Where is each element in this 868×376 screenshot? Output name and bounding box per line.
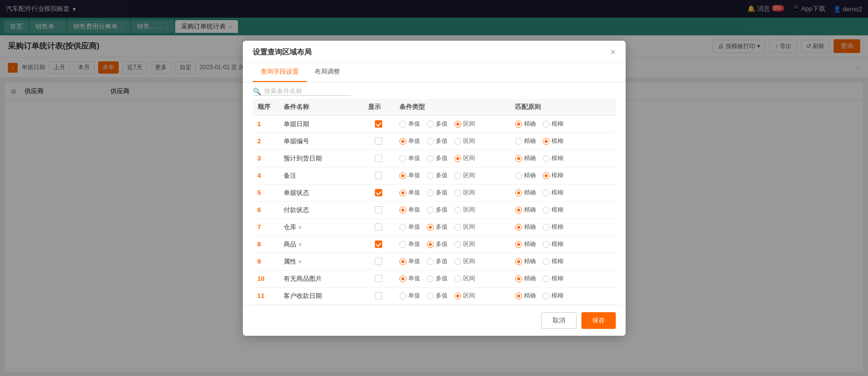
radio-circle[interactable] bbox=[427, 275, 434, 282]
radio-circle[interactable] bbox=[454, 258, 461, 265]
row-condition-name: 单据状态 bbox=[279, 184, 363, 201]
row-type-radios: 单值多值区间 bbox=[395, 253, 510, 270]
radio-circle[interactable] bbox=[515, 207, 522, 214]
row-show-checkbox[interactable] bbox=[363, 236, 395, 253]
radio-circle[interactable] bbox=[515, 293, 522, 299]
radio-circle[interactable] bbox=[399, 189, 406, 196]
radio-circle[interactable] bbox=[515, 224, 522, 231]
row-show-checkbox[interactable] bbox=[363, 270, 395, 287]
cancel-button[interactable]: 取消 bbox=[541, 312, 577, 329]
radio-circle[interactable] bbox=[427, 241, 434, 248]
checkbox[interactable] bbox=[375, 120, 382, 128]
radio-circle[interactable] bbox=[427, 207, 434, 214]
dialog-close-button[interactable]: × bbox=[610, 48, 616, 56]
radio-circle[interactable] bbox=[427, 189, 434, 196]
radio-circle[interactable] bbox=[454, 189, 461, 196]
radio-circle[interactable] bbox=[399, 224, 406, 231]
radio-circle[interactable] bbox=[543, 258, 550, 265]
radio-circle[interactable] bbox=[399, 293, 406, 299]
row-show-checkbox[interactable] bbox=[363, 167, 395, 184]
radio-circle[interactable] bbox=[427, 155, 434, 162]
radio-circle[interactable] bbox=[543, 207, 550, 214]
radio-circle[interactable] bbox=[515, 241, 522, 248]
radio-circle[interactable] bbox=[515, 172, 522, 179]
row-show-checkbox[interactable] bbox=[363, 201, 395, 218]
row-order: 10 bbox=[253, 270, 279, 287]
radio-circle[interactable] bbox=[515, 121, 522, 128]
radio-circle[interactable] bbox=[543, 121, 550, 128]
search-input-wrap: 🔍 bbox=[253, 87, 351, 96]
radio-circle[interactable] bbox=[427, 293, 434, 299]
radio-circle[interactable] bbox=[543, 275, 550, 282]
conditions-table: 顺序 条件名称 显示 条件类型 匹配原则 1单据日期单值多值区间精确模糊2单据编… bbox=[253, 99, 616, 305]
radio-circle[interactable] bbox=[454, 224, 461, 231]
checkbox[interactable] bbox=[375, 189, 382, 196]
row-show-checkbox[interactable] bbox=[363, 133, 395, 150]
radio-circle[interactable] bbox=[543, 293, 550, 299]
dialog-tab-layout[interactable]: 布局调整 bbox=[307, 62, 348, 82]
radio-circle[interactable] bbox=[399, 138, 406, 145]
row-condition-name: 单据编号 bbox=[279, 133, 363, 150]
radio-circle[interactable] bbox=[543, 138, 550, 145]
radio-circle[interactable] bbox=[427, 258, 434, 265]
checkbox[interactable] bbox=[375, 137, 382, 145]
radio-circle[interactable] bbox=[427, 138, 434, 145]
row-show-checkbox[interactable] bbox=[363, 150, 395, 167]
checkbox[interactable] bbox=[375, 241, 382, 248]
row-show-checkbox[interactable] bbox=[363, 287, 395, 304]
save-button[interactable]: 保存 bbox=[581, 312, 616, 329]
radio-circle[interactable] bbox=[515, 189, 522, 196]
row-show-checkbox[interactable] bbox=[363, 253, 395, 270]
row-condition-name: 有无商品图片 bbox=[279, 270, 363, 287]
radio-circle[interactable] bbox=[399, 172, 406, 179]
dialog-tab-query-fields[interactable]: 查询字段设置 bbox=[253, 62, 307, 82]
radio-circle[interactable] bbox=[454, 155, 461, 162]
radio-circle[interactable] bbox=[399, 207, 406, 214]
chevron-down-icon: ∨ bbox=[298, 259, 302, 264]
radio-circle[interactable] bbox=[515, 155, 522, 162]
radio-circle[interactable] bbox=[399, 241, 406, 248]
th-type: 条件类型 bbox=[395, 99, 510, 116]
checkbox[interactable] bbox=[375, 292, 382, 299]
radio-circle[interactable] bbox=[399, 258, 406, 265]
radio-circle[interactable] bbox=[399, 155, 406, 162]
row-condition-name: 客户收款日期 bbox=[279, 287, 363, 304]
radio-circle[interactable] bbox=[427, 121, 434, 128]
radio-circle[interactable] bbox=[427, 172, 434, 179]
radio-circle[interactable] bbox=[399, 275, 406, 282]
checkbox[interactable] bbox=[375, 223, 382, 231]
checkbox[interactable] bbox=[375, 155, 382, 162]
radio-circle[interactable] bbox=[543, 241, 550, 248]
row-show-checkbox[interactable] bbox=[363, 218, 395, 236]
checkbox[interactable] bbox=[375, 258, 382, 265]
row-show-checkbox[interactable] bbox=[363, 184, 395, 201]
checkbox[interactable] bbox=[375, 206, 382, 214]
table-row: 5单据状态单值多值区间精确模糊 bbox=[253, 184, 616, 201]
radio-circle[interactable] bbox=[543, 172, 550, 179]
radio-circle[interactable] bbox=[454, 293, 461, 299]
row-match-radios: 精确模糊 bbox=[510, 133, 616, 150]
row-match-radios: 精确模糊 bbox=[510, 253, 616, 270]
row-type-radios: 单值多值区间 bbox=[395, 270, 510, 287]
radio-circle[interactable] bbox=[454, 241, 461, 248]
radio-circle[interactable] bbox=[543, 224, 550, 231]
radio-circle[interactable] bbox=[454, 172, 461, 179]
radio-circle[interactable] bbox=[454, 207, 461, 214]
radio-circle[interactable] bbox=[399, 121, 406, 128]
row-show-checkbox[interactable] bbox=[363, 115, 395, 133]
checkbox[interactable] bbox=[375, 275, 382, 282]
radio-circle[interactable] bbox=[427, 224, 434, 231]
search-input[interactable] bbox=[264, 87, 342, 95]
row-match-radios: 精确模糊 bbox=[510, 115, 616, 133]
radio-circle[interactable] bbox=[515, 258, 522, 265]
radio-circle[interactable] bbox=[454, 121, 461, 128]
row-order: 1 bbox=[253, 115, 279, 133]
radio-circle[interactable] bbox=[454, 275, 461, 282]
radio-circle[interactable] bbox=[543, 189, 550, 196]
radio-circle[interactable] bbox=[454, 138, 461, 145]
checkbox[interactable] bbox=[375, 172, 382, 179]
radio-circle[interactable] bbox=[515, 138, 522, 145]
radio-circle[interactable] bbox=[543, 155, 550, 162]
row-order: 3 bbox=[253, 150, 279, 167]
radio-circle[interactable] bbox=[515, 275, 522, 282]
